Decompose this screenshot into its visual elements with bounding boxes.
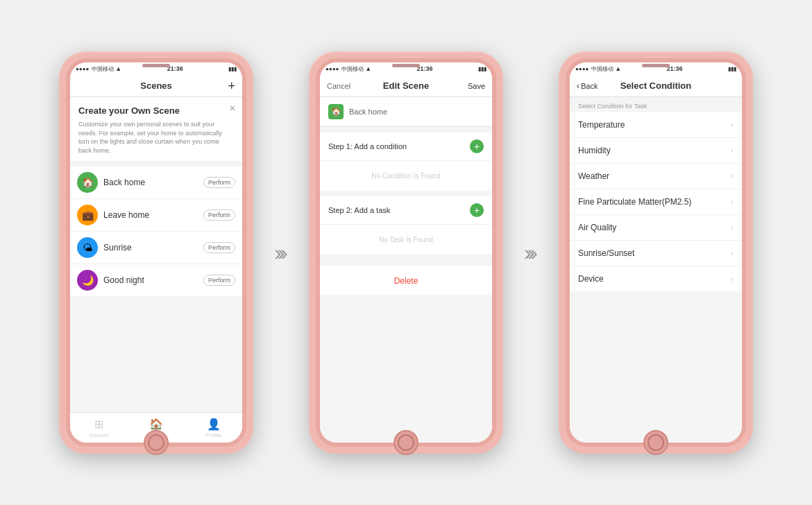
devices-icon: ⊞ [94, 418, 103, 431]
tab-profile[interactable]: 👤 Profile [185, 418, 242, 438]
phone-3-screen: ●●●● 中国移动 ▲ 21:36 ▮▮▮ ‹ Back Select Co [570, 62, 742, 443]
screen-content-2: 🏠 Back home Step 1: Add a condition + No… [320, 97, 492, 443]
no-condition-text: No Condition Is Found [320, 161, 492, 191]
banner-title: Create your Own Scene [78, 105, 234, 116]
cond-section-label: Select Condition for Task [570, 97, 742, 112]
perform-btn-leave-home[interactable]: Perform [203, 209, 235, 221]
chevron-humidity: › [731, 146, 734, 155]
edit-back-home-icon: 🏠 [328, 104, 344, 119]
nav-title-3: Select Condition [620, 80, 692, 91]
back-button[interactable]: ‹ Back [577, 81, 598, 91]
wifi-icon-3: ▲ [615, 65, 621, 72]
edit-back-home-text: Back home [349, 108, 387, 116]
perform-btn-good-night[interactable]: Perform [203, 275, 235, 286]
cond-name-sunrise-sunset: Sunrise/Sunset [578, 248, 634, 258]
tab-devices[interactable]: ⊞ Devices [70, 418, 128, 438]
carrier-3: 中国移动 [591, 65, 614, 73]
scene-item-sunrise[interactable]: 🌤 Sunrise Perform [70, 232, 242, 264]
chevron-pm25: › [731, 197, 734, 207]
cond-name-air-quality: Air Quality [578, 223, 616, 232]
add-task-button[interactable]: + [470, 203, 484, 217]
delete-button[interactable]: Delete [394, 276, 418, 286]
chevron-air-quality: › [731, 223, 734, 232]
scene-icon-back-home: 🏠 [77, 172, 98, 193]
back-chevron-icon: ‹ [577, 81, 580, 91]
phone-3-home-button[interactable] [643, 430, 668, 455]
conditions-list: Temperature › Humidity › Weather › [570, 112, 742, 291]
cond-device[interactable]: Device › [570, 266, 742, 291]
cancel-button[interactable]: Cancel [327, 82, 350, 90]
main-container: ●●●● 中国移动 ▲ 21:36 ▮▮▮ Scenes + [0, 0, 812, 505]
scene-item-good-night[interactable]: 🌙 Good night Perform [70, 264, 242, 297]
back-label: Back [581, 82, 598, 90]
nav-bar-2: Cancel Edit Scene Save [320, 75, 492, 97]
chevron-device: › [731, 274, 734, 284]
scenes-icon: 🏠 [149, 418, 163, 431]
step2-title: Step 2: Add a task [328, 206, 390, 214]
phone-2-screen: ●●●● 中国移动 ▲ 21:36 ▮▮▮ Cancel Edit Scene … [320, 62, 492, 443]
scene-name-good-night: Good night [103, 275, 198, 285]
arrow-1: › › › [274, 241, 288, 264]
chevron-weather: › [731, 171, 734, 181]
scene-icon-good-night: 🌙 [77, 270, 98, 291]
arrow-2: › › › [524, 241, 538, 264]
add-button-1[interactable]: + [228, 80, 236, 92]
no-task-text: No Task Is Found [320, 225, 492, 255]
battery-icon-3: ▮▮▮ [728, 66, 736, 72]
add-condition-button[interactable]: + [470, 139, 484, 153]
cond-sunrise-sunset[interactable]: Sunrise/Sunset › [570, 241, 742, 266]
edit-back-home-row[interactable]: 🏠 Back home [320, 97, 492, 127]
nav-bar-3: ‹ Back Select Condition [570, 75, 742, 97]
phone-1-home-button[interactable] [144, 430, 169, 455]
cond-humidity[interactable]: Humidity › [570, 138, 742, 164]
carrier-1: 中国移动 [92, 65, 114, 73]
chevron-temperature: › [731, 120, 734, 130]
signal-icon-3: ●●●● [575, 66, 589, 72]
create-scene-banner: × Create your Own Scene Customize your o… [70, 97, 242, 162]
profile-icon: 👤 [207, 418, 221, 431]
cond-pm25[interactable]: Fine Particulate Matter(PM2.5) › [570, 189, 742, 215]
battery-icon-2: ▮▮▮ [478, 66, 487, 72]
scene-item-leave-home[interactable]: 💼 Leave home Perform [70, 199, 242, 232]
nav-title-2: Edit Scene [383, 80, 429, 91]
phone-3: ●●●● 中国移动 ▲ 21:36 ▮▮▮ ‹ Back Select Co [559, 51, 753, 454]
save-button[interactable]: Save [468, 82, 485, 90]
cond-air-quality[interactable]: Air Quality › [570, 215, 742, 241]
tab-profile-label: Profile [205, 432, 221, 438]
scene-list: 🏠 Back home Perform 💼 Leave home Perform [70, 166, 242, 297]
arrow-2-chevron-3: › [530, 241, 538, 264]
close-button-1[interactable]: × [230, 103, 235, 114]
cond-name-pm25: Fine Particulate Matter(PM2.5) [578, 197, 691, 207]
scene-icon-leave-home: 💼 [77, 205, 98, 225]
chevron-sunrise-sunset: › [731, 248, 734, 258]
carrier-2: 中国移动 [341, 65, 364, 73]
step2-section: Step 2: Add a task + No Task Is Found [320, 196, 492, 255]
cond-name-humidity: Humidity [578, 146, 611, 155]
delete-row: Delete [320, 266, 492, 295]
nav-title-1: Scenes [140, 80, 172, 91]
banner-desc: Customize your own personal scenes to su… [78, 120, 234, 155]
arrow-1-chevron-3: › [280, 241, 288, 264]
tab-devices-label: Devices [89, 432, 108, 438]
perform-btn-sunrise[interactable]: Perform [203, 242, 235, 253]
scene-item-back-home[interactable]: 🏠 Back home Perform [70, 166, 242, 199]
cond-weather[interactable]: Weather › [570, 164, 742, 189]
phone-2: ●●●● 中国移动 ▲ 21:36 ▮▮▮ Cancel Edit Scene … [309, 51, 503, 454]
cond-name-device: Device [578, 274, 604, 284]
signal-icon-1: ●●●● [76, 66, 89, 72]
screen-content-1: × Create your Own Scene Customize your o… [70, 97, 242, 412]
perform-btn-back-home[interactable]: Perform [203, 177, 235, 188]
scene-icon-sunrise: 🌤 [77, 237, 98, 258]
scene-name-back-home: Back home [103, 178, 198, 187]
scene-name-sunrise: Sunrise [103, 243, 198, 252]
step1-section: Step 1: Add a condition + No Condition I… [320, 132, 492, 191]
cond-name-weather: Weather [578, 171, 609, 181]
nav-bar-1: Scenes + [70, 75, 242, 97]
battery-icon-1: ▮▮▮ [228, 66, 237, 72]
cond-name-temperature: Temperature [578, 120, 625, 130]
phone-2-home-button[interactable] [394, 430, 418, 455]
signal-icon-2: ●●●● [325, 66, 339, 72]
scene-name-leave-home: Leave home [103, 210, 198, 220]
cond-temperature[interactable]: Temperature › [570, 112, 742, 138]
step1-title: Step 1: Add a condition [328, 142, 407, 151]
